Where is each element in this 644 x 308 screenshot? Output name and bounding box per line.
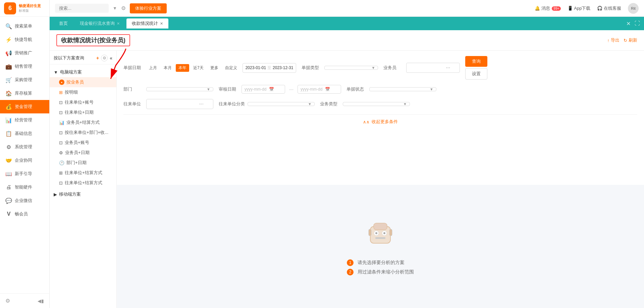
tab-bank-flow-close[interactable]: ✕ <box>117 21 120 26</box>
sidebar-item-purchase[interactable]: 🛒 采购管理 <box>0 73 49 87</box>
tree-item-partner-account[interactable]: ⊡ 往来单位+账号 <box>50 97 116 107</box>
step1-num: 1 <box>347 259 354 266</box>
sidebar-item-weixin[interactable]: 💬 企业微信 <box>0 194 49 207</box>
date-btn-thisyear[interactable]: 本年 <box>176 64 189 72</box>
online-service-label: 在线客服 <box>604 6 621 11</box>
query-btn[interactable]: 查询 <box>465 56 487 67</box>
partner-category-chevron: ▼ <box>308 102 312 106</box>
date-range-input[interactable]: 2023-01-01 至 2023-12-31 <box>243 63 297 73</box>
topbar-right: 🔔 消息 99+ 📱 App下载 🎧 在线客服 Rit <box>535 3 639 14</box>
calendar-to-icon[interactable]: 📅 <box>325 87 330 92</box>
doc-type-select[interactable]: ▼ <box>324 66 378 70</box>
sidebar-item-enterprise-label: 企业协同 <box>15 157 32 163</box>
review-date-from[interactable]: yyyy-mm-dd 📅 <box>241 85 285 94</box>
tree-item-salesman-account[interactable]: ⊡ 业务员+账号 <box>50 138 116 148</box>
settings-btn[interactable]: 设置 <box>465 68 487 80</box>
partner-category-select[interactable]: ▼ <box>248 102 315 106</box>
partner-select[interactable]: ··· <box>146 99 213 109</box>
review-date-to[interactable]: yyyy-mm-dd 📅 <box>298 85 341 94</box>
review-date-dash: — <box>288 87 295 92</box>
calendar-from-icon[interactable]: 📅 <box>269 87 274 92</box>
tree-item-salesman-settlement-label: 业务员+结算方式 <box>66 119 100 125</box>
sidebar-item-member[interactable]: V 畅会员 <box>0 207 49 221</box>
review-date-label: 审核日期 <box>219 86 239 92</box>
date-btn-more[interactable]: 更多 <box>208 64 221 72</box>
tree-partner-account-icon: ⊡ <box>59 100 63 105</box>
sales-icon: 💼 <box>5 63 12 70</box>
sidebar-item-inventory[interactable]: 🏠 库存核算 <box>0 87 49 100</box>
topbar-gear-icon[interactable]: ⚙ <box>121 5 126 11</box>
doc-type-chevron: ▼ <box>372 66 375 70</box>
tree-item-partner-date[interactable]: ⊡ 往来单位+日期 <box>50 107 116 117</box>
export-btn[interactable]: ↑ 导出 <box>607 37 620 43</box>
dept-field: 部门 ▼ <box>123 86 213 92</box>
date-btn-lastmonth[interactable]: 上月 <box>146 64 160 72</box>
tab-home[interactable]: 首页 <box>54 18 73 29</box>
app-download-btn[interactable]: 📱 App下载 <box>568 5 590 11</box>
tab-collection[interactable]: 收款情况统计 ✕ <box>126 18 168 29</box>
top-search-input[interactable] <box>55 4 109 13</box>
dept-select[interactable]: ▼ <box>146 87 213 91</box>
sidebar-expand-icon[interactable]: ◀▮ <box>38 298 44 304</box>
filter-add-icon[interactable]: + <box>96 55 99 61</box>
tree-item-partner-account-label: 往来单位+账号 <box>65 99 94 105</box>
sidebar-item-quicknav-label: 快捷导航 <box>15 37 32 43</box>
sidebar-item-enterprise[interactable]: 🤝 企业协同 <box>0 154 49 167</box>
tree-item-salesman-date[interactable]: ⚙ 业务员+日期 <box>50 148 116 158</box>
tree-section-pc[interactable]: ▼ 电脑端方案 <box>50 67 116 77</box>
biz-type-select[interactable]: ▼ <box>343 102 410 106</box>
tab-home-label: 首页 <box>59 20 68 27</box>
filter-collapse-icon[interactable]: « <box>110 55 112 61</box>
sidebar-settings-icon[interactable]: ⚙ <box>5 298 10 304</box>
tab-bank-flow[interactable]: 现金银行流水查询 ✕ <box>74 18 125 29</box>
partner-more-icon[interactable]: ··· <box>199 101 204 107</box>
tree-item-dept-date[interactable]: 🕐 部门+日期 <box>50 158 116 168</box>
filter-settings-icon[interactable]: ⚙ <box>101 55 108 61</box>
sidebar-item-search-label: 搜索菜单 <box>15 23 32 29</box>
sidebar-item-basicinfo[interactable]: 📋 基础信息 <box>0 127 49 140</box>
sidebar-item-sales[interactable]: 💼 销售管理 <box>0 60 49 73</box>
tree-item-detail[interactable]: ⊞ 按明细 <box>50 87 116 97</box>
date-from: 2023-01-01 <box>246 65 266 70</box>
window-expand-btn[interactable]: ⛶ <box>635 20 640 27</box>
date-btn-custom[interactable]: 自定义 <box>222 64 240 72</box>
tree-expand-pc-icon: ▼ <box>54 70 58 75</box>
export-icon: ↑ <box>607 38 610 43</box>
trial-btn[interactable]: 体验行业方案 <box>130 3 167 13</box>
tree-item-partner-settlement1[interactable]: ⊞ 往来单位+结算方式 <box>50 168 116 178</box>
tree-item-by-salesman[interactable]: ● 按业务员 <box>50 77 116 87</box>
notifications-btn[interactable]: 🔔 消息 99+ <box>535 5 561 11</box>
page-actions: ↑ 导出 ↻ 刷新 <box>607 37 638 43</box>
sidebar-item-search[interactable]: 🔍 搜索菜单 <box>0 19 49 33</box>
collapse-bar[interactable]: ∧∧ 收起更多条件 <box>123 114 637 129</box>
main-area: ▼ ⚙ 体验行业方案 🔔 消息 99+ 📱 App下载 🎧 在线客服 Rit 首… <box>50 0 644 308</box>
tab-collection-close[interactable]: ✕ <box>160 21 163 26</box>
date-btn-7days[interactable]: 近7天 <box>191 64 206 72</box>
sidebar-nav: 🔍 搜索菜单 ⚡ 快捷导航 📢 营销推广 💼 销售管理 🛒 采购管理 🏠 库存核… <box>0 17 49 293</box>
tree-item-salesman-account-label: 业务员+账号 <box>65 140 89 146</box>
user-avatar[interactable]: Rit <box>628 3 639 14</box>
refresh-btn[interactable]: ↻ 刷新 <box>624 37 637 43</box>
window-close-btn[interactable]: ✕ <box>626 20 631 27</box>
sidebar-item-guide[interactable]: 📖 新手引导 <box>0 167 49 181</box>
tree-item-partner-dept-collect[interactable]: ⊡ 按往来单位+部门+收... <box>50 127 116 138</box>
doc-status-select[interactable]: ▼ <box>369 87 436 91</box>
sidebar-item-finance[interactable]: 💰 资金管理 <box>0 100 49 113</box>
salesman-select[interactable]: ··· <box>406 63 460 73</box>
sidebar-item-system[interactable]: ⚙ 系统管理 <box>0 140 49 154</box>
sidebar-item-marketing[interactable]: 📢 营销推广 <box>0 46 49 60</box>
step2-text: 用过滤条件来缩小分析范围 <box>358 269 414 274</box>
topbar-dropdown-icon[interactable]: ▼ <box>113 6 117 11</box>
tree-item-partner-settlement2[interactable]: ⊡ 往来单位+结算方式 <box>50 178 116 188</box>
inventory-icon: 🏠 <box>5 90 12 97</box>
tree-section-mobile[interactable]: ▶ 移动端方案 <box>50 189 116 199</box>
salesman-more-icon[interactable]: ··· <box>446 65 450 71</box>
partner-label: 往来单位 <box>123 101 144 107</box>
tree-item-salesman-settlement[interactable]: 📊 业务员+结算方式 <box>50 117 116 127</box>
sidebar-item-hardware[interactable]: 🖨 智能硬件 <box>0 181 49 194</box>
sidebar-item-quicknav[interactable]: ⚡ 快捷导航 <box>0 33 49 46</box>
date-btn-thismonth[interactable]: 本月 <box>161 64 174 72</box>
online-service-btn[interactable]: 🎧 在线客服 <box>597 5 621 11</box>
tab-collection-label: 收款情况统计 <box>132 20 158 27</box>
sidebar-item-operations[interactable]: 📊 经营管理 <box>0 113 49 127</box>
